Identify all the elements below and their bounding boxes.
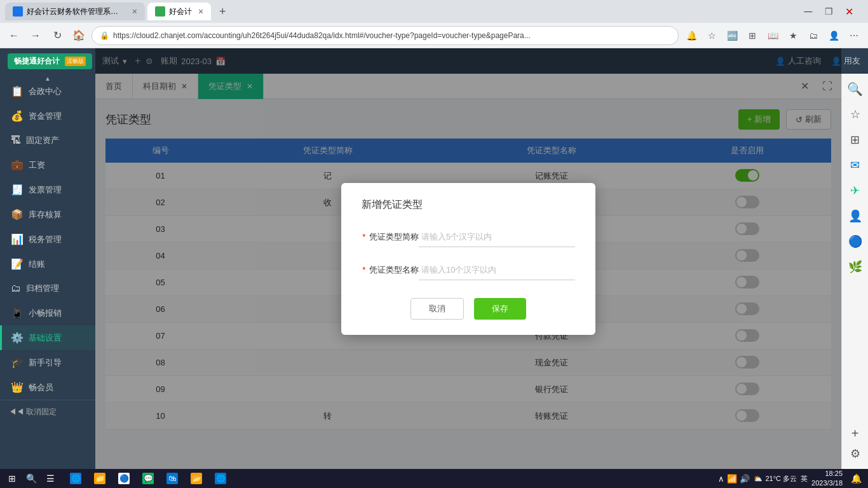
tab2-close[interactable]: × bbox=[198, 6, 203, 17]
sidebar-item-invoice[interactable]: 🧾 发票管理 bbox=[0, 177, 95, 202]
modal-overlay: 新增凭证类型 * 凭证类型简称 * 凭证类型名称 取消 保存 bbox=[95, 48, 841, 469]
taskbar-file-app[interactable]: 📂 bbox=[186, 471, 207, 486]
sidebar-item-guide[interactable]: 🎓 新手引导 bbox=[0, 350, 95, 375]
sidebar-item-fixed-assets[interactable]: 🏗 固定资产 bbox=[0, 128, 95, 152]
guide-icon: 🎓 bbox=[11, 356, 24, 369]
sidebar-item-expense[interactable]: 📱 小畅报销 bbox=[0, 301, 95, 325]
keyboard-lang[interactable]: 英 bbox=[801, 474, 808, 484]
reload-btn[interactable]: ↻ bbox=[48, 27, 66, 44]
back-btn[interactable]: ← bbox=[5, 27, 23, 44]
full-name-row: * 凭证类型名称 bbox=[362, 260, 575, 280]
right-search-icon[interactable]: 🔍 bbox=[845, 79, 865, 99]
sidebar-item-member[interactable]: 👑 畅会员 bbox=[0, 375, 95, 400]
right-add-icon[interactable]: + bbox=[845, 423, 865, 444]
minimize-btn[interactable]: ─ bbox=[799, 3, 817, 20]
short-name-label: * 凭证类型简称 bbox=[362, 231, 419, 243]
taskbar-chrome-app[interactable]: 🔵 bbox=[113, 471, 135, 486]
task-view-btn[interactable]: ☰ bbox=[41, 471, 60, 486]
right-chrome-icon[interactable]: 🔵 bbox=[845, 231, 865, 252]
right-apps-icon[interactable]: ⊞ bbox=[845, 130, 865, 150]
start-btn[interactable]: ⊞ bbox=[3, 471, 22, 486]
fixed-assets-icon: 🏗 bbox=[11, 135, 21, 146]
url-input[interactable]: 🔒 https://cloud2.chanjet.com/accounting/… bbox=[92, 26, 679, 45]
sidebar-item-accounting-center[interactable]: 📋 会政中心 bbox=[0, 79, 95, 104]
time-display: 18:25 bbox=[811, 469, 843, 478]
restore-btn[interactable]: ❐ bbox=[820, 3, 837, 20]
taskbar-explorer-app[interactable]: 📁 bbox=[89, 471, 111, 486]
dialog-footer: 取消 保存 bbox=[362, 298, 575, 320]
notification-btn[interactable]: 🔔 bbox=[846, 471, 865, 486]
close-btn[interactable]: ✕ bbox=[840, 3, 858, 20]
extension-icon[interactable]: 🔔 bbox=[682, 27, 700, 44]
sidebar-item-label-expense: 小畅报销 bbox=[29, 308, 62, 319]
sidebar-scroll-top: ▲ bbox=[0, 74, 95, 79]
basic-settings-icon: ⚙️ bbox=[11, 332, 24, 344]
systray-up-icon[interactable]: ∧ bbox=[718, 474, 724, 484]
sidebar-item-archive[interactable]: 🗂 归档管理 bbox=[0, 276, 95, 301]
bookmark-icon[interactable]: ☆ bbox=[703, 27, 721, 44]
sidebar-item-inventory[interactable]: 📦 库存核算 bbox=[0, 202, 95, 227]
right-panel-bottom: + ⚙ bbox=[845, 423, 865, 464]
read-mode-icon[interactable]: 📖 bbox=[764, 27, 782, 44]
sidebar: ▲ 📋 会政中心 💰 资金管理 🏗 固定资产 💼 工资 🧾 发票管理 📦 库存核… bbox=[0, 74, 95, 469]
right-leaf-icon[interactable]: 🌿 bbox=[845, 257, 865, 277]
dialog-title: 新增凭证类型 bbox=[362, 198, 575, 212]
lock-icon: 🔒 bbox=[100, 31, 109, 40]
volume-icon[interactable]: 🔊 bbox=[740, 474, 750, 484]
right-settings-icon[interactable]: ⚙ bbox=[845, 444, 865, 464]
forward-btn[interactable]: → bbox=[27, 27, 44, 44]
url-text: https://cloud2.chanjet.com/accounting/uh… bbox=[113, 31, 531, 40]
taskbar-browser-app[interactable]: 🌐 bbox=[65, 471, 86, 486]
required-star: * bbox=[362, 232, 365, 241]
sidebar-item-salary[interactable]: 💼 工资 bbox=[0, 152, 95, 177]
sidebar-item-close-period[interactable]: 📝 结账 bbox=[0, 252, 95, 276]
search-btn[interactable]: 🔍 bbox=[22, 471, 41, 486]
right-user-icon[interactable]: 👤 bbox=[845, 206, 865, 226]
tab1-close[interactable]: × bbox=[132, 6, 137, 17]
new-tab-btn[interactable]: + bbox=[214, 3, 231, 20]
cancel-fixed-btn[interactable]: ◀◀ 取消固定 bbox=[0, 400, 95, 424]
right-outlook-icon[interactable]: ✉ bbox=[845, 155, 865, 175]
browser-action-bar: 🔔 ☆ 🔤 ⊞ 📖 ★ 🗂 👤 ⋯ bbox=[682, 27, 863, 44]
date-display: 2023/3/18 bbox=[811, 478, 843, 488]
taskbar-time: 18:25 2023/3/18 bbox=[811, 469, 843, 488]
system-tray: ∧ 📶 🔊 bbox=[718, 474, 750, 484]
edge-app-icon: 🌐 bbox=[215, 473, 226, 484]
full-name-label: * 凭证类型名称 bbox=[362, 264, 419, 276]
browser-tab-1[interactable]: 好会计云财务软件管理系统_会计 × bbox=[5, 3, 145, 20]
profile-icon[interactable]: 👤 bbox=[825, 27, 843, 44]
sidebar-item-basic-settings[interactable]: ⚙️ 基础设置 bbox=[0, 325, 95, 350]
sidebar-item-label-fixed-assets: 固定资产 bbox=[26, 135, 59, 146]
inventory-icon: 📦 bbox=[11, 208, 24, 220]
app-logo: 畅捷通好合计 流畅版 bbox=[8, 53, 92, 69]
tab-search-icon[interactable]: 🔤 bbox=[723, 27, 741, 44]
short-name-input[interactable] bbox=[419, 227, 575, 247]
split-view-icon[interactable]: ⊞ bbox=[743, 27, 761, 44]
taskbar-right: ∧ 📶 🔊 ⛅ 21°C 多云 英 18:25 2023/3/18 🔔 bbox=[718, 469, 865, 488]
save-btn[interactable]: 保存 bbox=[474, 298, 526, 320]
right-send-icon[interactable]: ✈ bbox=[845, 180, 865, 201]
sidebar-item-tax[interactable]: 📊 税务管理 bbox=[0, 227, 95, 252]
right-star-icon[interactable]: ☆ bbox=[845, 104, 865, 125]
cancel-btn[interactable]: 取消 bbox=[410, 298, 464, 320]
network-icon[interactable]: 📶 bbox=[727, 474, 737, 484]
taskbar-edge-app[interactable]: 🌐 bbox=[210, 471, 231, 486]
taskbar-store-app[interactable]: 🛍 bbox=[161, 471, 183, 486]
fav-icon[interactable]: ★ bbox=[784, 27, 802, 44]
sidebar-item-capital[interactable]: 💰 资金管理 bbox=[0, 104, 95, 128]
browser-app-icon: 🌐 bbox=[70, 473, 81, 484]
collection-icon[interactable]: 🗂 bbox=[804, 27, 822, 44]
full-name-input[interactable] bbox=[419, 260, 575, 280]
store-app-icon: 🛍 bbox=[166, 473, 178, 484]
archive-icon: 🗂 bbox=[11, 283, 21, 294]
home-btn[interactable]: 🏠 bbox=[70, 27, 88, 44]
taskbar: ⊞ 🔍 ☰ 🌐 📁 🔵 💬 🛍 📂 🌐 ∧ 📶 🔊 bbox=[0, 469, 868, 488]
browser-tab-2[interactable]: 好会计 × bbox=[147, 3, 211, 20]
right-panel: 🔍 ☆ ⊞ ✉ ✈ 👤 🔵 🌿 + ⚙ bbox=[841, 74, 868, 469]
taskbar-wechat-app[interactable]: 💬 bbox=[137, 471, 159, 486]
tab2-favicon bbox=[155, 6, 165, 17]
address-bar: ← → ↻ 🏠 🔒 https://cloud2.chanjet.com/acc… bbox=[0, 23, 868, 48]
sidebar-item-label-archive: 归档管理 bbox=[26, 283, 59, 294]
more-icon[interactable]: ⋯ bbox=[845, 27, 863, 44]
user-label: 用友 bbox=[844, 55, 860, 67]
